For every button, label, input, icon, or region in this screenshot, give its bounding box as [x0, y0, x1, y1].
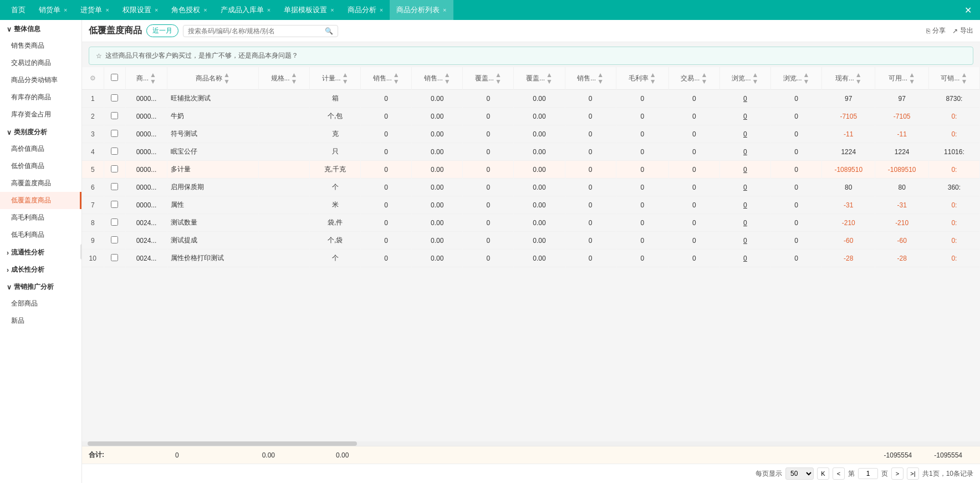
sort-icon-unit[interactable]: ▲▼ [342, 72, 349, 85]
sort-icon-sales_qty[interactable]: ▲▼ [393, 72, 400, 85]
row-checkbox[interactable] [104, 161, 125, 179]
th-browse1[interactable]: 浏览...▲▼ [719, 67, 770, 90]
page-input[interactable] [858, 468, 878, 479]
sidebar-item-商品分类动销率[interactable]: 商品分类动销率 [0, 72, 81, 89]
nav-tab-销货单[interactable]: 销货单× [32, 0, 74, 20]
row-checkbox[interactable] [104, 232, 125, 250]
row-browse1[interactable]: 0 [719, 232, 770, 250]
prev-page-button[interactable]: < [833, 467, 845, 480]
sidebar-item-销售类商品[interactable]: 销售类商品 [0, 37, 81, 54]
sidebar-item-低价值商品[interactable]: 低价值商品 [0, 157, 81, 175]
nav-tab-close-商品分析列表[interactable]: × [443, 7, 446, 13]
settings-icon[interactable]: ⚙ [90, 74, 96, 82]
sidebar-item-有库存的商品[interactable]: 有库存的商品 [0, 89, 81, 106]
nav-tab-close-角色授权[interactable]: × [203, 7, 207, 13]
row-checkbox[interactable] [104, 125, 125, 143]
sort-icon-browse1[interactable]: ▲▼ [752, 72, 759, 85]
nav-tab-产成品入库单[interactable]: 产成品入库单× [214, 0, 277, 20]
row-checkbox[interactable] [104, 143, 125, 161]
sidebar-item-高毛利商品[interactable]: 高毛利商品 [0, 209, 81, 226]
row-browse1[interactable]: 0 [719, 161, 770, 179]
th-name[interactable]: 商品名称▲▼ [167, 67, 259, 90]
sort-icon-browse2[interactable]: ▲▼ [803, 72, 810, 85]
th-sales3[interactable]: 销售...▲▼ [565, 67, 616, 90]
sort-icon-trade[interactable]: ▲▼ [701, 72, 707, 85]
sort-icon-coverage1[interactable]: ▲▼ [495, 72, 502, 85]
sort-icon-spec[interactable]: ▲▼ [291, 72, 298, 85]
sort-icon-sales3[interactable]: ▲▼ [597, 72, 604, 85]
sidebar-item-新品[interactable]: 新品 [0, 312, 81, 329]
nav-tab-close-销货单[interactable]: × [64, 7, 67, 13]
row-browse1[interactable]: 0 [719, 125, 770, 143]
th-sales_amt[interactable]: 销售...▲▼ [412, 67, 463, 90]
sidebar-item-交易过的商品[interactable]: 交易过的商品 [0, 54, 81, 72]
row-checkbox[interactable] [104, 90, 125, 108]
row-checkbox[interactable] [104, 108, 125, 125]
nav-tab-单据模板设置[interactable]: 单据模板设置× [277, 0, 340, 20]
sidebar-item-高覆盖度商品[interactable]: 高覆盖度商品 [0, 175, 81, 192]
nav-tab-商品分析列表[interactable]: 商品分析列表× [390, 0, 453, 20]
sidebar-section-整体信息[interactable]: ∨整体信息 [0, 20, 81, 37]
row-browse1[interactable]: 0 [719, 143, 770, 161]
sidebar-section-成长性分析[interactable]: ›成长性分析 [0, 261, 81, 278]
nav-tab-close-进货单[interactable]: × [105, 7, 109, 13]
sidebar-item-库存资金占用[interactable]: 库存资金占用 [0, 106, 81, 123]
row-browse1[interactable]: 0 [719, 179, 770, 196]
first-page-button[interactable]: K [817, 467, 829, 480]
sort-icon-sales_amt[interactable]: ▲▼ [444, 72, 451, 85]
nav-tab-close-商品分析[interactable]: × [380, 7, 383, 13]
sort-icon-available[interactable]: ▲▼ [908, 72, 915, 85]
share-button[interactable]: ⎘ 分享 [926, 26, 946, 35]
th-gross_margin[interactable]: 毛利率▲▼ [616, 67, 668, 90]
last-page-button[interactable]: >| [907, 467, 919, 480]
th-browse2[interactable]: 浏览...▲▼ [771, 67, 822, 90]
nav-tab-close-产成品入库单[interactable]: × [267, 7, 270, 13]
th-coverage2[interactable]: 覆盖...▲▼ [514, 67, 565, 90]
filter-button[interactable]: 近一月 [146, 24, 178, 37]
sidebar-section-流通性分析[interactable]: ›流通性分析 [0, 243, 81, 261]
per-page-select[interactable]: 50 100 200 [785, 467, 814, 480]
row-browse1[interactable]: 0 [719, 108, 770, 125]
nav-tab-close-单据模板设置[interactable]: × [330, 7, 334, 13]
th-spec[interactable]: 规格...▲▼ [258, 67, 309, 90]
th-code[interactable]: 商...▲▼ [125, 67, 167, 90]
nav-tab-进货单[interactable]: 进货单× [74, 0, 115, 20]
th-trade[interactable]: 交易...▲▼ [668, 67, 719, 90]
th-coverage1[interactable]: 覆盖...▲▼ [463, 67, 514, 90]
sidebar-item-低毛利商品[interactable]: 低毛利商品 [0, 226, 81, 243]
nav-tab-close-权限设置[interactable]: × [155, 7, 158, 13]
search-input[interactable] [188, 27, 325, 35]
row-checkbox[interactable] [104, 214, 125, 232]
sort-icon-name[interactable]: ▲▼ [223, 72, 230, 85]
sidebar-toggle[interactable]: « [80, 244, 82, 260]
row-browse1[interactable]: 0 [719, 90, 770, 108]
search-icon[interactable]: 🔍 [325, 27, 333, 35]
th-unit[interactable]: 计量...▲▼ [310, 67, 361, 90]
th-sales_qty[interactable]: 销售...▲▼ [361, 67, 412, 90]
row-browse1[interactable]: 0 [719, 196, 770, 214]
sort-icon-gross_margin[interactable]: ▲▼ [650, 72, 656, 85]
sort-icon-current_stock[interactable]: ▲▼ [855, 72, 862, 85]
window-close-button[interactable]: ✕ [960, 2, 976, 18]
th-available[interactable]: 可用...▲▼ [875, 67, 928, 90]
nav-tab-角色授权[interactable]: 角色授权× [165, 0, 213, 20]
select-all-checkbox[interactable] [111, 74, 118, 81]
export-button[interactable]: ↗ 导出 [952, 26, 973, 35]
nav-tab-首页[interactable]: 首页 [4, 0, 32, 20]
sort-icon-coverage2[interactable]: ▲▼ [546, 72, 553, 85]
sort-icon-saleable[interactable]: ▲▼ [961, 72, 967, 85]
row-checkbox[interactable] [104, 196, 125, 214]
sidebar-section-类别度分析[interactable]: ∨类别度分析 [0, 123, 81, 140]
th-current_stock[interactable]: 现有...▲▼ [822, 67, 875, 90]
next-page-button[interactable]: > [891, 467, 904, 480]
sidebar-section-营销推广分析[interactable]: ∨营销推广分析 [0, 278, 81, 295]
row-browse1[interactable]: 0 [719, 214, 770, 232]
sidebar-item-全部商品[interactable]: 全部商品 [0, 295, 81, 312]
sidebar-item-低覆盖度商品[interactable]: 低覆盖度商品 [0, 192, 81, 209]
sort-icon-code[interactable]: ▲▼ [150, 72, 156, 85]
row-checkbox[interactable] [104, 250, 125, 267]
nav-tab-权限设置[interactable]: 权限设置× [116, 0, 165, 20]
row-browse1[interactable]: 0 [719, 250, 770, 267]
sidebar-item-高价值商品[interactable]: 高价值商品 [0, 140, 81, 157]
nav-tab-商品分析[interactable]: 商品分析× [341, 0, 390, 20]
